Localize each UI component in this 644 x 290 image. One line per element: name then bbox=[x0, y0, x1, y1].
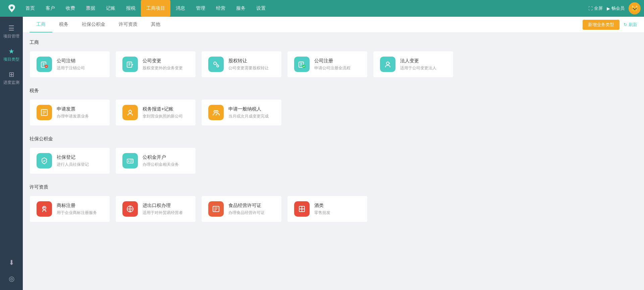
scroll-content[interactable]: 工商 公司注销 适用于注销公 bbox=[23, 33, 644, 290]
svg-point-14 bbox=[128, 160, 129, 162]
card-desc-company-change: 股权变更外的业务变更 bbox=[143, 65, 183, 71]
refresh-button[interactable]: ↻ 刷新 bbox=[624, 22, 637, 28]
nav-bill[interactable]: 票据 bbox=[80, 0, 101, 17]
star-icon: ★ bbox=[8, 47, 14, 55]
card-text-invoice: 申请发票 办理申请发票业务 bbox=[57, 106, 89, 119]
card-text-food-license: 食品经营许可证 办理食品经营许可证 bbox=[228, 203, 265, 216]
card-icon-social-insurance bbox=[37, 153, 52, 168]
card-text-trademark: 商标注册 用于企业商标注册服务 bbox=[57, 203, 97, 216]
card-social-insurance[interactable]: 社保登记 进行人员社保登记 bbox=[30, 147, 110, 174]
download-icon: ⬇ bbox=[9, 259, 14, 267]
sidebar-item-download[interactable]: ⬇ bbox=[0, 255, 23, 271]
nav-customer[interactable]: 客户 bbox=[40, 0, 60, 17]
nav-fee[interactable]: 收费 bbox=[60, 0, 80, 17]
refresh-icon: ↻ bbox=[624, 22, 627, 27]
nav-operation[interactable]: 经营 bbox=[211, 0, 231, 17]
card-taxpayer[interactable]: 申请一般纳税人 当月或次月成变更完成 bbox=[201, 99, 282, 126]
nav-home[interactable]: 首页 bbox=[20, 0, 40, 17]
sidebar-item-project-type[interactable]: ★ 项目类型 bbox=[0, 43, 23, 66]
card-icon-trademark bbox=[37, 201, 52, 217]
section-shuiwu: 税务 申请发票 办理申请发票业务 bbox=[30, 88, 637, 126]
card-desc-food-license: 办理食品经营许可证 bbox=[228, 210, 265, 216]
card-title-food-license: 食品经营许可证 bbox=[228, 203, 265, 209]
content-area: 工商 税务 社保公积金 许可资质 其他 新增业务类型 ↻ 刷新 工商 bbox=[23, 17, 644, 290]
card-desc-social-insurance: 进行人员社保登记 bbox=[57, 162, 89, 167]
card-text-social-insurance: 社保登记 进行人员社保登记 bbox=[57, 154, 89, 167]
add-type-button[interactable]: 新增业务类型 bbox=[583, 20, 620, 30]
svg-point-8 bbox=[386, 62, 389, 65]
card-icon-tax-report bbox=[122, 105, 138, 120]
card-housing-fund[interactable]: 公积金开户 办理公积金相关业务 bbox=[115, 147, 196, 174]
sidebar-item-project-manage[interactable]: ☰ 项目管理 bbox=[0, 20, 23, 43]
card-liquor[interactable]: 酒类 零售批发 bbox=[287, 196, 368, 222]
tab-gongshang[interactable]: 工商 bbox=[30, 17, 52, 32]
card-icon-legal-change bbox=[380, 57, 395, 72]
top-right: ⛶ 全屏 ▶ 畅会员 🐱 bbox=[588, 2, 641, 14]
card-company-cancel[interactable]: 公司注销 适用于注销公司 bbox=[30, 51, 110, 78]
nav-tax[interactable]: 报税 bbox=[121, 0, 141, 17]
card-title-import-export: 进出口权办理 bbox=[143, 203, 183, 209]
card-tax-report[interactable]: 税务报道+记账 拿到营业执照的新公司 bbox=[115, 99, 196, 126]
card-equity-transfer[interactable]: 股权转让 公司变更需要股权转让 bbox=[201, 51, 282, 78]
card-icon-invoice bbox=[37, 105, 52, 120]
section-title-zizhi: 许可资质 bbox=[30, 184, 637, 190]
tab-other[interactable]: 其他 bbox=[144, 17, 167, 32]
card-text-equity-transfer: 股权转让 公司变更需要股权转让 bbox=[228, 58, 269, 71]
card-icon-company-cancel bbox=[37, 57, 52, 72]
sidebar: ☰ 项目管理 ★ 项目类型 ⊞ 进度监测 ⬇ ◎ bbox=[0, 17, 23, 290]
card-text-company-change: 公司变更 股权变更外的业务变更 bbox=[143, 58, 183, 71]
card-text-company-cancel: 公司注销 适用于注销公司 bbox=[57, 58, 85, 71]
tab-zizhi[interactable]: 许可资质 bbox=[112, 17, 144, 32]
card-desc-company-cancel: 适用于注销公司 bbox=[57, 65, 85, 71]
section-gongshang: 工商 公司注销 适用于注销公 bbox=[30, 40, 637, 78]
card-title-social-insurance: 社保登记 bbox=[57, 154, 89, 160]
sidebar-item-location[interactable]: ◎ bbox=[0, 271, 23, 287]
cards-grid-shebao: 社保登记 进行人员社保登记 bbox=[30, 147, 637, 174]
vip-button[interactable]: ▶ 畅会员 bbox=[607, 5, 625, 11]
card-title-company-register: 公司注册 bbox=[314, 58, 351, 64]
tabs: 工商 税务 社保公积金 许可资质 其他 bbox=[30, 17, 167, 32]
mascot-avatar[interactable]: 🐱 bbox=[629, 2, 641, 14]
sidebar-bottom: ⬇ ◎ bbox=[0, 255, 23, 290]
sidebar-item-progress-monitor[interactable]: ⊞ 进度监测 bbox=[0, 66, 23, 89]
card-food-license[interactable]: 食品经营许可证 办理食品经营许可证 bbox=[201, 196, 282, 222]
card-import-export[interactable]: 进出口权办理 适用于对外贸易经营者 bbox=[115, 196, 196, 222]
logo bbox=[3, 3, 20, 14]
card-desc-trademark: 用于企业商标注册服务 bbox=[57, 210, 97, 216]
card-legal-change[interactable]: 法人变更 适用于公司变更法人 bbox=[373, 51, 453, 78]
nav-bizproject[interactable]: 工商项目 bbox=[141, 0, 170, 17]
card-company-register[interactable]: 公司注册 申请公司注册全流程 bbox=[287, 51, 368, 78]
card-title-tax-report: 税务报道+记账 bbox=[143, 106, 183, 112]
svg-rect-3 bbox=[127, 62, 132, 67]
card-icon-company-register bbox=[294, 57, 310, 72]
card-icon-food-license bbox=[208, 201, 224, 217]
nav-manage[interactable]: 管理 bbox=[191, 0, 211, 17]
card-invoice[interactable]: 申请发票 办理申请发票业务 bbox=[30, 99, 110, 126]
card-desc-tax-report: 拿到营业执照的新公司 bbox=[143, 114, 183, 119]
card-icon-liquor bbox=[294, 201, 310, 217]
main-layout: ☰ 项目管理 ★ 项目类型 ⊞ 进度监测 ⬇ ◎ 工商 税务 社保公积金 bbox=[0, 17, 644, 290]
section-title-shebao: 社保公积金 bbox=[30, 136, 637, 142]
card-text-taxpayer: 申请一般纳税人 当月或次月成变更完成 bbox=[228, 106, 269, 119]
location-icon: ◎ bbox=[9, 275, 14, 283]
card-text-import-export: 进出口权办理 适用于对外贸易经营者 bbox=[143, 203, 183, 216]
tab-shuiwu[interactable]: 税务 bbox=[52, 17, 75, 32]
card-trademark[interactable]: 商标注册 用于企业商标注册服务 bbox=[30, 196, 110, 222]
vip-label: 畅会员 bbox=[611, 5, 625, 11]
tab-shebao[interactable]: 社保公积金 bbox=[75, 17, 112, 32]
svg-point-12 bbox=[216, 111, 218, 113]
card-title-liquor: 酒类 bbox=[314, 203, 330, 209]
card-text-legal-change: 法人变更 适用于公司变更法人 bbox=[400, 58, 436, 71]
nav-message[interactable]: 消息 bbox=[170, 0, 191, 17]
card-company-change[interactable]: 公司变更 股权变更外的业务变更 bbox=[115, 51, 196, 78]
vip-icon: ▶ bbox=[607, 6, 610, 11]
svg-point-10 bbox=[129, 110, 131, 113]
fullscreen-button[interactable]: ⛶ 全屏 bbox=[588, 5, 603, 11]
nav-settings[interactable]: 设置 bbox=[251, 0, 271, 17]
card-title-equity-transfer: 股权转让 bbox=[228, 58, 269, 64]
nav-service[interactable]: 服务 bbox=[231, 0, 251, 17]
card-desc-housing-fund: 办理公积金相关业务 bbox=[143, 162, 179, 167]
card-title-company-cancel: 公司注销 bbox=[57, 58, 85, 64]
tab-actions: 新增业务类型 ↻ 刷新 bbox=[583, 20, 637, 30]
nav-bookkeeping[interactable]: 记账 bbox=[101, 0, 121, 17]
